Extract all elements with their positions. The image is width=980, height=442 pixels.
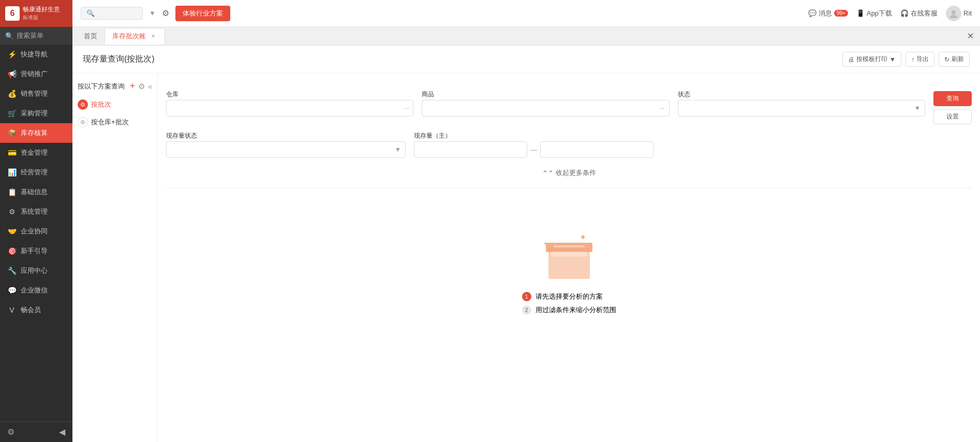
nav-label-system: 系统管理 (21, 207, 48, 216)
export-btn[interactable]: ↑ 导出 (905, 52, 934, 67)
nav-label-inventory: 库存核算 (21, 128, 48, 138)
gear-icon[interactable]: ⚙ (162, 8, 169, 18)
collapse-filters-btn[interactable]: ⌃⌃ 收起更多条件 (166, 165, 972, 181)
app-version: 标准版 (23, 14, 60, 21)
stock-qty-separator: — (530, 146, 537, 154)
message-badge: 99+ (834, 10, 848, 17)
stock-qty-filter: 现存量（主） — (414, 131, 654, 158)
user-item[interactable]: Rit (946, 6, 972, 21)
sidebar-item-purchase[interactable]: 🛒采购管理 (0, 104, 72, 123)
nav-icon-purchase: 🛒 (7, 109, 17, 118)
search-label: 搜索菜单 (17, 31, 43, 40)
nav-icon-basic: 📋 (7, 187, 17, 197)
topbar-right: 💬 消息 99+ 📱 App下载 🎧 在线客服 Rit (808, 6, 972, 21)
collapse-up-icon: ⌃⌃ (542, 169, 554, 177)
status-select[interactable]: ▼ (678, 100, 925, 116)
nav-label-finance: 资金管理 (21, 148, 48, 157)
sidebar-item-finance[interactable]: 💳资金管理 (0, 143, 72, 163)
nav-label-enterprise: 企业协同 (21, 227, 48, 236)
step-2-num: 2 (522, 305, 531, 315)
settings-icon[interactable]: ⚙ (7, 427, 14, 437)
sidebar-footer: ⚙ ◀ (0, 421, 72, 442)
sidebar-search[interactable]: 🔍 搜索菜单 (0, 27, 72, 45)
sidebar: 6 畅康通好生意 标准版 🔍 搜索菜单 ⚡快捷导航📢营销推广💰销售管理🛒采购管理… (0, 0, 72, 442)
sidebar-item-quick-nav[interactable]: ⚡快捷导航 (0, 45, 72, 64)
stock-status-arrow: ▼ (395, 146, 401, 153)
export-icon: ↑ (911, 56, 914, 63)
nav-icon-member: V (7, 305, 17, 315)
schema-item-batch[interactable]: ⚙ 按批次 (72, 96, 157, 113)
sidebar-item-enterprise[interactable]: 🤝企业协同 (0, 222, 72, 241)
nav-icon-enterprise-wechat: 💬 (7, 286, 17, 295)
empty-steps: 1 请先选择要分析的方案 2 用过滤条件来缩小分析范围 (522, 292, 616, 319)
sidebar-item-app-center[interactable]: 🔧应用中心 (0, 261, 72, 281)
sidebar-item-system[interactable]: ⚙系统管理 (0, 202, 72, 222)
experience-btn[interactable]: 体验行业方案 (175, 6, 230, 21)
product-label: 商品 (422, 90, 669, 99)
print-dropdown-icon[interactable]: ▼ (889, 56, 896, 63)
sidebar-item-member[interactable]: V畅会员 (0, 300, 72, 320)
nav-icon-app-center: 🔧 (7, 266, 17, 275)
nav-label-member: 畅会员 (21, 305, 41, 315)
content-divider (166, 188, 972, 188)
schema-item-warehouse-batch[interactable]: ⚙ 按仓库+批次 (72, 113, 157, 131)
schema-label-warehouse-batch: 按仓库+批次 (91, 117, 129, 127)
page-actions: 🖨 按模板打印 ▼ ↑ 导出 ↻ 刷新 (842, 52, 970, 67)
app-logo: 6 (5, 6, 20, 21)
app-download-item[interactable]: 📱 App下载 (856, 9, 892, 18)
status-filter: 状态 ▼ (678, 90, 925, 116)
message-label: 消息 (819, 9, 832, 18)
tab-inventory-batch[interactable]: 库存批次账 × (105, 28, 165, 45)
refresh-btn[interactable]: ↻ 刷新 (939, 52, 970, 67)
collapse-sidebar-icon[interactable]: ◀ (59, 427, 65, 437)
query-btn[interactable]: 查询 (933, 91, 972, 106)
nav-icon-finance: 💳 (7, 148, 17, 157)
left-panel-header: 按以下方案查询 + ⚙ « (72, 79, 157, 96)
step-2-text: 用过滤条件来缩小分析范围 (536, 305, 616, 315)
schema-collapse-btn[interactable]: « (148, 82, 152, 91)
nav-icon-system: ⚙ (7, 207, 17, 216)
stock-status-select[interactable]: ▼ (166, 141, 406, 158)
topbar-dropdown-icon[interactable]: ▼ (149, 9, 156, 17)
sidebar-item-enterprise-wechat[interactable]: 💬企业微信 (0, 281, 72, 300)
sidebar-item-sales[interactable]: 💰销售管理 (0, 84, 72, 104)
warehouse-input[interactable]: ··· (166, 100, 413, 116)
sidebar-item-basic[interactable]: 📋基础信息 (0, 182, 72, 202)
app-name: 畅康通好生意 (23, 6, 60, 14)
online-service-item[interactable]: 🎧 在线客服 (900, 9, 938, 18)
nav-label-app-center: 应用中心 (21, 266, 48, 275)
nav-label-marketing: 营销推广 (21, 69, 48, 79)
sidebar-item-inventory[interactable]: 📦库存核算 (0, 123, 72, 143)
sidebar-item-operation[interactable]: 📊经营管理 (0, 163, 72, 182)
product-input[interactable]: ··· (422, 100, 669, 116)
online-service-label: 在线客服 (911, 9, 938, 18)
sidebar-item-newbie[interactable]: 🎯新手引导 (0, 241, 72, 261)
left-panel-title: 按以下方案查询 (78, 82, 125, 91)
template-print-btn[interactable]: 🖨 按模板打印 ▼ (842, 52, 901, 67)
topbar-search-box[interactable]: 🔍 (81, 7, 143, 20)
nav-label-operation: 经营管理 (21, 168, 48, 177)
stock-qty-min-input[interactable] (414, 141, 527, 158)
product-more-icon: ··· (660, 105, 665, 112)
add-schema-btn[interactable]: + (130, 81, 136, 92)
stock-qty-max-input[interactable] (540, 141, 654, 158)
nav-icon-enterprise: 🤝 (7, 227, 17, 236)
tabs-bar: 首页 库存批次账 × ✕ (72, 27, 980, 46)
avatar (946, 6, 961, 21)
sidebar-item-marketing[interactable]: 📢营销推广 (0, 64, 72, 84)
app-download-label: App下载 (867, 9, 892, 18)
main-area: 🔍 ▼ ⚙ 体验行业方案 💬 消息 99+ 📱 App下载 🎧 在线客服 (72, 0, 980, 442)
nav-label-quick-nav: 快捷导航 (21, 50, 48, 59)
tab-home[interactable]: 首页 (77, 28, 105, 44)
close-panel-btn[interactable]: ✕ (965, 29, 976, 43)
schema-settings-btn[interactable]: ⚙ (138, 82, 145, 91)
svg-point-0 (952, 10, 956, 14)
svg-rect-4 (554, 245, 585, 247)
svg-rect-5 (551, 252, 587, 257)
filter-settings-btn[interactable]: 设置 (933, 109, 972, 124)
tab-close-icon[interactable]: × (149, 32, 157, 40)
stock-qty-label: 现存量（主） (414, 131, 654, 140)
message-item[interactable]: 💬 消息 99+ (808, 9, 848, 18)
sidebar-nav: ⚡快捷导航📢营销推广💰销售管理🛒采购管理📦库存核算💳资金管理📊经营管理📋基础信息… (0, 45, 72, 421)
stock-qty-range: — (414, 141, 654, 158)
